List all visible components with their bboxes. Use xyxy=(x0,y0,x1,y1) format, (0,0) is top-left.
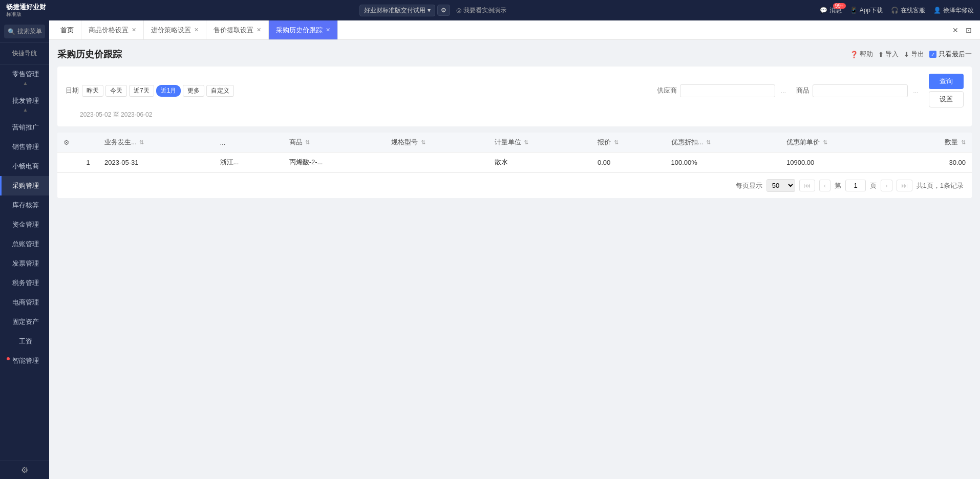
sidebar-item-label: 零售管理 xyxy=(12,70,39,79)
date-today-btn[interactable]: 今天 xyxy=(105,85,127,97)
goods-dots-icon[interactable]: ... xyxy=(911,87,921,95)
sidebar-item-sales[interactable]: 销售管理 xyxy=(0,137,49,157)
sidebar-item-small-ecommerce[interactable]: 小畅电商 xyxy=(0,157,49,176)
page-total-label: 共1页，1条记录 xyxy=(917,181,964,190)
topbar-gear-button[interactable]: ⚙ xyxy=(437,5,450,16)
table-container: ⚙ 业务发生... ⇅ ... 商品 xyxy=(57,133,972,198)
row-quantity: 30.00 xyxy=(949,159,966,166)
quick-nav-button[interactable]: 快捷导航 xyxy=(0,46,49,61)
sidebar-item-finance[interactable]: 资金管理 xyxy=(0,215,49,234)
close-tab-purchase-strategy[interactable]: ✕ xyxy=(194,27,199,33)
data-table: ⚙ 业务发生... ⇅ ... 商品 xyxy=(57,133,972,172)
sidebar-item-purchase[interactable]: 采购管理 xyxy=(0,176,49,195)
message-badge: 99+ xyxy=(833,3,846,9)
sidebar-item-fixed-assets[interactable]: 固定资产 xyxy=(0,312,49,332)
chevron-icon: ▲ xyxy=(23,80,28,86)
close-tab-button[interactable]: ✕ xyxy=(950,25,961,35)
sidebar: 🔍 搜索菜单 快捷导航 零售管理 ▲ 批发管理 ▲ 营销推广 销售管理 小畅电商 xyxy=(0,20,49,479)
top-bar: 畅捷通好业财 标准版 好业财标准版交付试用 ▾ ⚙ ◎ 我要看实例演示 💬 消息… xyxy=(0,0,980,20)
supplier-dots-icon[interactable]: ... xyxy=(778,87,788,95)
next-page-button[interactable]: › xyxy=(881,180,892,191)
sort-icon[interactable]: ⇅ xyxy=(524,139,528,145)
cell-quoted-price: 0.00 xyxy=(591,153,665,172)
page-prefix-label: 第 xyxy=(835,181,841,190)
cell-supplier: 浙江... xyxy=(214,153,283,172)
last-page-button[interactable]: ⏭ xyxy=(897,180,912,191)
page-title: 采购历史价跟踪 xyxy=(57,48,122,60)
date-more-btn[interactable]: 更多 xyxy=(183,85,204,97)
sidebar-item-smart[interactable]: 智能管理 xyxy=(0,351,49,371)
date-custom-btn[interactable]: 自定义 xyxy=(206,85,234,97)
close-tab-goods-price[interactable]: ✕ xyxy=(132,27,136,33)
export-link[interactable]: ⬇ 导出 xyxy=(904,50,924,59)
version-selector[interactable]: 好业财标准版交付试用 ▾ xyxy=(359,5,435,16)
cell-discount: 100.00% xyxy=(665,153,781,172)
sidebar-bottom: ⚙ xyxy=(0,461,49,479)
sort-icon[interactable]: ⇅ xyxy=(421,139,425,145)
only-last-checkbox[interactable] xyxy=(929,51,936,58)
prev-page-button[interactable]: ‹ xyxy=(819,180,830,191)
col-quoted-price: 报价 ⇅ xyxy=(591,133,665,153)
sidebar-item-retail[interactable]: 零售管理 ▲ xyxy=(0,64,49,91)
page-number-input[interactable] xyxy=(845,180,866,191)
cell-no: 1 xyxy=(78,153,98,172)
sidebar-item-marketing[interactable]: 营销推广 xyxy=(0,118,49,137)
gear-icon[interactable]: ⚙ xyxy=(63,139,70,146)
tab-actions: ✕ ⊡ xyxy=(950,25,976,35)
sidebar-item-ecommerce[interactable]: 电商管理 xyxy=(0,293,49,312)
goods-input[interactable] xyxy=(813,84,908,97)
goods-label: 商品 xyxy=(796,86,809,95)
sidebar-gear-icon[interactable]: ⚙ xyxy=(21,465,28,475)
sort-icon[interactable]: ⇅ xyxy=(706,139,711,145)
date-last7-btn[interactable]: 近7天 xyxy=(129,85,154,97)
sidebar-item-invoice[interactable]: 发票管理 xyxy=(0,254,49,273)
sidebar-item-wholesale[interactable]: 批发管理 ▲ xyxy=(0,91,49,118)
close-tab-purchase-history[interactable]: ✕ xyxy=(326,27,330,33)
expand-tab-button[interactable]: ⊡ xyxy=(964,25,974,35)
supplier-input[interactable] xyxy=(680,84,775,97)
tab-purchase-strategy[interactable]: 进价策略设置 ✕ xyxy=(144,20,206,39)
demo-button[interactable]: ◎ 我要看实例演示 xyxy=(456,6,506,15)
pagination: 每页显示 50 10 20 100 ⏮ ‹ 第 页 › ⏭ 共1页，1条记录 xyxy=(57,172,972,198)
sidebar-item-salary[interactable]: 工资 xyxy=(0,332,49,351)
import-link[interactable]: ⬆ 导入 xyxy=(878,50,899,59)
search-menu-button[interactable]: 🔍 搜索菜单 xyxy=(4,25,45,38)
date-range-display: 2023-05-02 至 2023-06-02 xyxy=(80,111,964,119)
tab-goods-price[interactable]: 商品价格设置 ✕ xyxy=(81,20,144,39)
row-goods: 丙烯酸-2-... xyxy=(289,158,323,166)
tab-purchase-history[interactable]: 采购历史价跟踪 ✕ xyxy=(269,20,338,39)
sort-icon[interactable]: ⇅ xyxy=(139,139,144,145)
app-icon: 📱 xyxy=(850,7,858,14)
top-bar-center: 好业财标准版交付试用 ▾ ⚙ ◎ 我要看实例演示 xyxy=(359,5,506,16)
sidebar-item-ledger[interactable]: 总账管理 xyxy=(0,234,49,254)
sidebar-item-tax[interactable]: 税务管理 xyxy=(0,273,49,293)
online-service-button[interactable]: 🎧 在线客服 xyxy=(891,6,925,15)
date-yesterday-btn[interactable]: 昨天 xyxy=(82,85,103,97)
message-icon: 💬 xyxy=(820,7,827,14)
sort-icon[interactable]: ⇅ xyxy=(305,139,310,145)
date-last1m-btn[interactable]: 近1月 xyxy=(156,85,181,97)
user-menu-button[interactable]: 👤 徐泽华修改 xyxy=(933,6,974,15)
col-quantity-label: 数量 xyxy=(945,138,958,146)
first-page-button[interactable]: ⏮ xyxy=(799,180,815,191)
only-last-checkbox-label[interactable]: 只看最后一 xyxy=(929,50,972,59)
help-link[interactable]: ❓ 帮助 xyxy=(850,50,873,59)
app-download-button[interactable]: 📱 App下载 xyxy=(850,6,883,15)
headset-icon: 🎧 xyxy=(891,7,899,14)
close-tab-price-extract[interactable]: ✕ xyxy=(257,27,261,33)
sidebar-item-inventory[interactable]: 库存核算 xyxy=(0,195,49,215)
table-body: 1 2023-05-31 浙江... 丙烯酸-2-... xyxy=(57,153,972,172)
tab-home[interactable]: 首页 xyxy=(53,20,81,39)
tab-price-extract[interactable]: 售价提取设置 ✕ xyxy=(206,20,269,39)
sort-icon[interactable]: ⇅ xyxy=(961,139,966,145)
per-page-select[interactable]: 50 10 20 100 xyxy=(766,179,795,192)
sidebar-item-label: 税务管理 xyxy=(12,278,39,288)
sort-icon[interactable]: ⇅ xyxy=(614,139,619,145)
message-button[interactable]: 💬 消息 99+ xyxy=(820,6,842,15)
col-quoted-price-label: 报价 xyxy=(598,138,611,146)
query-button[interactable]: 查询 xyxy=(929,74,964,89)
settings-button[interactable]: 设置 xyxy=(929,91,964,107)
col-goods-label: 商品 xyxy=(289,138,303,146)
col-goods: 商品 ⇅ xyxy=(283,133,385,153)
sort-icon[interactable]: ⇅ xyxy=(823,139,827,145)
